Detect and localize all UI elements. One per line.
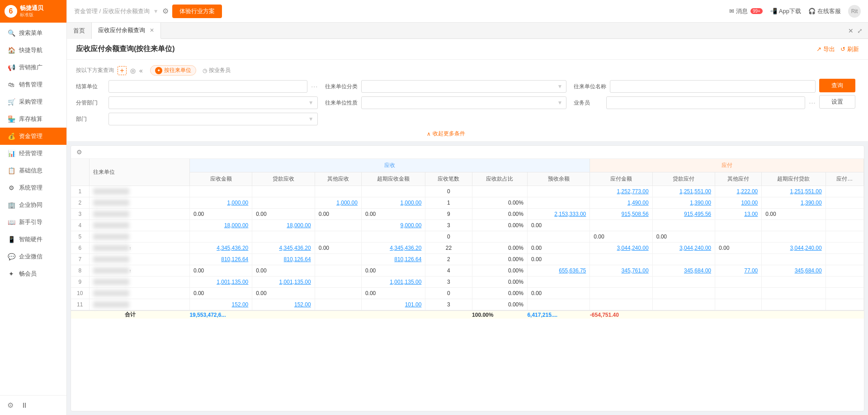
tabbar: 首页 应收应付余额查询 ✕ ✕ ⤢ xyxy=(67,23,868,39)
message-icon: ✉ xyxy=(729,8,734,14)
sidebar-item-wechat[interactable]: 💬 企业微信 xyxy=(0,248,66,265)
user-avatar[interactable]: Rit xyxy=(848,5,861,18)
scheme-employee-btn[interactable]: ◷ 按业务员 xyxy=(199,66,234,75)
search-icon: 🔍 xyxy=(7,29,15,37)
salesman-input[interactable] xyxy=(606,96,805,109)
page-title: 应收应付余额查询(按往来单位) xyxy=(76,44,175,54)
partner-nature-select[interactable]: ▼ xyxy=(361,96,567,109)
sidebar-item-inventory[interactable]: 🏪 库存核算 xyxy=(0,110,66,128)
system-icon: ⚙ xyxy=(7,184,15,191)
vip-icon: ✦ xyxy=(7,270,15,277)
basic-info-icon: 📋 xyxy=(7,167,15,174)
filter-header: 按以下方案查询 + ◎ « ✦ 按往来单位 ◷ 按业务员 xyxy=(76,65,816,76)
sidebar-item-enterprise[interactable]: 🏢 企业协同 xyxy=(0,196,66,214)
table-wrapper[interactable]: 往来单位 应收 应付 应收金额 贷款应收 其他应收 超期应收金额 应收笔数 应收… xyxy=(71,159,864,411)
sidebar-item-operations[interactable]: 📊 经营管理 xyxy=(0,145,66,162)
col-ar-loan: 贷款应收 xyxy=(252,172,315,186)
marketing-icon: 📢 xyxy=(7,64,15,71)
finance-icon: 💰 xyxy=(7,133,15,140)
sidebar-item-purchase[interactable]: 🛒 采购管理 xyxy=(0,93,66,110)
export-icon: ↗ xyxy=(816,46,821,52)
scheme-partner-btn[interactable]: ✦ 按往来单位 xyxy=(150,65,196,76)
col-ar-count: 应收笔数 xyxy=(425,172,472,186)
collapse-icon[interactable]: ⏸ xyxy=(21,401,28,410)
sidebar-item-smart-hw[interactable]: 📱 智能硬件 xyxy=(0,231,66,248)
page-header-actions: ↗ 导出 ↺ 刷新 xyxy=(816,45,859,53)
partner-category-select[interactable]: ▼ xyxy=(361,80,567,93)
settings-bottom-icon[interactable]: ⚙ xyxy=(7,401,14,410)
close-window-btn[interactable]: ✕ xyxy=(848,27,854,34)
col-group-ar: 应收 xyxy=(189,159,590,172)
filter-collapse-arrow[interactable]: « xyxy=(139,67,143,74)
topbar-actions: ✉ 消息 99+ 📲 App下载 🎧 在线客服 Rit xyxy=(729,5,861,18)
service-icon: 🎧 xyxy=(808,8,816,14)
table-row: 1 01,252,773.001,251,551.001,222.001,251… xyxy=(71,186,864,197)
branch-dept-select[interactable]: ▼ xyxy=(108,113,318,125)
refresh-btn[interactable]: ↺ 刷新 xyxy=(840,45,859,53)
tab-close-icon[interactable]: ✕ xyxy=(150,27,154,33)
table-footer-row: 合计 19,553,472,6... 100.00% 6,417,215....… xyxy=(71,310,864,319)
table-row: 6 ↑4,345,436.204,345,436.200.004,345,436… xyxy=(71,243,864,254)
footer-ar-prepay[interactable]: 6,417,215.... xyxy=(527,310,590,319)
content-body: ⚙ 往来单位 应收 应付 应收金额 贷款应收 其他应收 xyxy=(67,142,868,415)
guide-icon: 📖 xyxy=(7,219,15,226)
sidebar-item-quick-nav[interactable]: 🏠 快捷导航 xyxy=(0,42,66,59)
footer-ar-amount[interactable]: 19,553,472,6... xyxy=(189,310,252,319)
operations-icon: 📊 xyxy=(7,150,15,157)
sidebar-item-basic-info[interactable]: 📋 基础信息 xyxy=(0,162,66,179)
settings-btn[interactable]: 设置 xyxy=(819,95,855,109)
footer-ap-amount[interactable]: -654,751.40 xyxy=(590,310,652,319)
dept-select[interactable]: ▼ xyxy=(108,96,318,109)
sidebar-bottom: ⚙ ⏸ xyxy=(0,395,66,415)
salesman-dots-icon[interactable]: ··· xyxy=(809,98,816,108)
table-body: 1 01,252,773.001,251,551.001,222.001,251… xyxy=(71,186,864,311)
inventory-icon: 🏪 xyxy=(7,115,15,123)
settlement-input[interactable] xyxy=(108,80,307,93)
filter-scheme-btn[interactable]: ◎ xyxy=(130,67,136,74)
settlement-dots-icon[interactable]: ··· xyxy=(311,82,318,91)
tab-balance-query[interactable]: 应收应付余额查询 ✕ xyxy=(92,23,161,39)
partner-name-input[interactable] xyxy=(610,80,816,93)
sidebar-item-marketing[interactable]: 📢 营销推广 xyxy=(0,59,66,76)
table-toolbar: ⚙ xyxy=(71,146,864,159)
logo-text: 畅捷通贝 标准版 xyxy=(20,5,43,18)
collapse-up-icon: ∧ xyxy=(427,131,431,137)
table-row: 9 1,001,135.001,001,135.001,001,135.0030… xyxy=(71,277,864,288)
filter-add-btn[interactable]: + xyxy=(118,66,127,75)
app-download-btn[interactable]: 📲 App下载 xyxy=(770,7,801,15)
sidebar-item-guide[interactable]: 📖 新手引导 xyxy=(0,214,66,231)
sidebar-item-search[interactable]: 🔍 搜索菜单 xyxy=(0,24,66,42)
topbar-breadcrumb: 资金管理 / 应收应付余额查询 xyxy=(74,7,150,15)
sidebar: 6 畅捷通贝 标准版 🔍 搜索菜单 🏠 快捷导航 📢 营销推广 🛍 销售管理 🛒… xyxy=(0,0,67,415)
tab-balance-label: 应收应付余额查询 xyxy=(98,26,145,34)
refresh-icon: ↺ xyxy=(840,46,845,52)
trial-btn[interactable]: 体验行业方案 xyxy=(172,5,222,18)
page-header: 应收应付余额查询(按往来单位) ↗ 导出 ↺ 刷新 xyxy=(67,39,868,60)
tab-home[interactable]: 首页 xyxy=(67,23,92,39)
query-btn[interactable]: 查询 xyxy=(819,79,855,92)
expand-btn[interactable]: ⤢ xyxy=(857,27,863,34)
sidebar-item-finance[interactable]: 💰 资金管理 xyxy=(0,128,66,145)
wechat-icon: 💬 xyxy=(7,253,15,260)
col-ar-other: 其他应收 xyxy=(315,172,361,186)
sidebar-logo: 6 畅捷通贝 标准版 xyxy=(0,0,66,23)
table-row: 8 ↑0.000.000.0040.00%655,636.75345,761.0… xyxy=(71,265,864,277)
online-service-btn[interactable]: 🎧 在线客服 xyxy=(808,7,841,15)
sidebar-item-system[interactable]: ⚙ 系统管理 xyxy=(0,179,66,196)
message-btn[interactable]: ✉ 消息 99+ xyxy=(729,7,763,15)
table-row: 4 18,000.0018,000.009,000.0030.00%0.00 xyxy=(71,220,864,231)
topbar-gear-icon[interactable]: ⚙ xyxy=(162,7,169,15)
table-settings-icon[interactable]: ⚙ xyxy=(76,148,82,156)
table-row: 11 152.00152.00101.0030.00% xyxy=(71,299,864,311)
topbar-dropdown-icon[interactable]: ▼ xyxy=(153,8,159,14)
col-ar-ratio: 应收款占比 xyxy=(472,172,527,186)
col-ar-amount: 应收金额 xyxy=(189,172,252,186)
footer-label: 合计 xyxy=(71,310,189,319)
table-row: 10 0.000.000.0000.00%0.00 xyxy=(71,288,864,299)
col-ap-other: 其他应付 xyxy=(715,172,762,186)
col-ap-loan: 贷款应付 xyxy=(652,172,715,186)
sidebar-item-vip[interactable]: ✦ 畅会员 xyxy=(0,265,66,282)
sidebar-item-sales[interactable]: 🛍 销售管理 xyxy=(0,76,66,93)
export-btn[interactable]: ↗ 导出 xyxy=(816,45,835,53)
collapse-btn[interactable]: ∧ 收起更多条件 xyxy=(76,128,816,139)
